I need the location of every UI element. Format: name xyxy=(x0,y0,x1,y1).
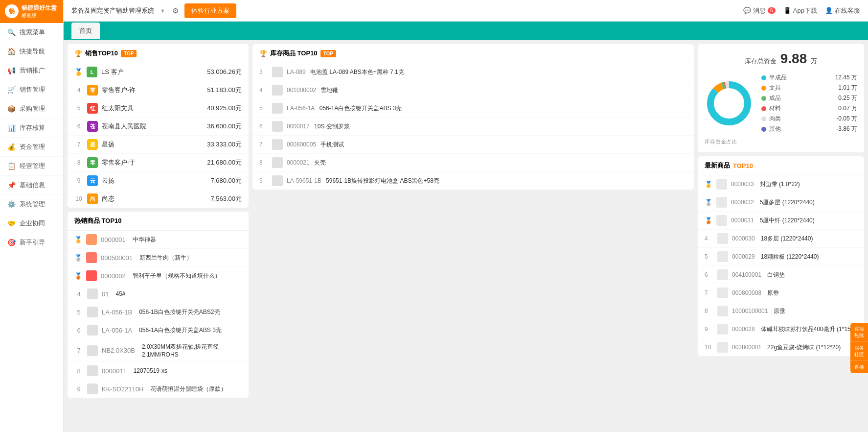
inventory-note: 库存资金占比 xyxy=(705,137,857,145)
sidebar-item-inventory[interactable]: 📊 库存核算 xyxy=(0,119,63,138)
table-row: 4 零 零售客户-许 51,183.00元 xyxy=(68,81,249,99)
sidebar-item-finance[interactable]: 💰 资金管理 xyxy=(0,138,63,157)
sidebar-search-btn[interactable]: 🔍 搜索菜单 xyxy=(0,23,63,42)
product-image xyxy=(717,342,728,353)
list-item: 8 0000011 12070519-xs xyxy=(68,362,249,380)
product-image xyxy=(717,251,728,262)
sidebar-item-cooperate[interactable]: 🤝 企业协同 xyxy=(0,214,63,233)
list-item: 9 LA-59651-1B 59651-1B旋转投影灯电池盒 ABS黑色+58壳 xyxy=(252,172,694,190)
sidebar-item-sales[interactable]: 🛒 销售管理 xyxy=(0,80,63,99)
sidebar-item-nav[interactable]: 🏠 快捷导航 xyxy=(0,42,63,61)
inventory-total-card: 库存总资金 9.88 万 xyxy=(698,44,864,152)
trial-btn[interactable]: 体验行业方案 xyxy=(184,3,236,18)
medal-icon: 🥇 xyxy=(705,181,712,188)
list-item: 8 10000100001 原垂 xyxy=(698,302,864,320)
customer-name: 零售客户-于 xyxy=(102,158,203,167)
list-item: 10 003800001 22g鱼豆腐-烧烤味 (1*12*20) xyxy=(698,338,864,356)
legend-item: 其他 -3.86 万 xyxy=(761,125,857,133)
sidebar-item-system-label: 系统管理 xyxy=(20,200,45,209)
product-name: 花语萌恒温分腿睡袋（厚款） xyxy=(150,385,242,393)
messages-btn[interactable]: 💬 消息 6 xyxy=(743,6,776,15)
product-image xyxy=(717,324,728,335)
product-info: 0000017 10S 变刮罗浆 xyxy=(287,122,687,131)
legend-value: 0.07 万 xyxy=(838,104,857,113)
tab-bar: 首页 xyxy=(64,22,868,40)
rank-number: 7 xyxy=(74,347,83,354)
logo-title: 畅捷通好生意 xyxy=(22,4,57,12)
product-code: 004100001 xyxy=(732,271,761,278)
rank-number: 8 xyxy=(705,308,713,314)
settings-icon[interactable]: ⚙ xyxy=(172,6,179,15)
product-image xyxy=(87,288,98,299)
list-item: 🥉 0000002 智利车子里（规格不知道填什么） xyxy=(68,267,249,285)
product-info: LA-089 电池盖 LA-089 ABS本色+黑种 7.1克 xyxy=(287,68,687,76)
product-name: 5厘多层 (1220*2440) xyxy=(760,198,815,207)
message-icon: 💬 xyxy=(743,7,751,14)
rank-number: 7 xyxy=(74,141,83,148)
float-btn-service[interactable]: 客服热线 xyxy=(850,323,868,341)
inventory-product-list: 3 LA-089 电池盖 LA-089 ABS本色+黑种 7.1克 4 0010… xyxy=(252,63,694,190)
inventory-products-title: 库存商品 TOP10 xyxy=(270,49,318,58)
right-panel: 库存总资金 9.88 万 xyxy=(698,44,864,428)
legend-dot xyxy=(761,127,766,132)
product-code: LA-089 xyxy=(287,69,306,75)
legend-item: 肉类 -0.05 万 xyxy=(761,115,857,123)
service-icon: 👤 xyxy=(825,7,833,14)
trophy-icon: 🏆 xyxy=(259,50,267,57)
customer-name: 苍南县人民医院 xyxy=(102,122,203,131)
rank-number: 4 xyxy=(74,87,83,94)
inventory-icon: 📊 xyxy=(7,124,16,132)
list-item: 6 004100001 白钢垫 xyxy=(698,266,864,284)
product-code: 0000030 xyxy=(732,235,755,242)
sidebar-item-basic[interactable]: 📌 基础信息 xyxy=(0,176,63,195)
product-code: 003800001 xyxy=(732,344,761,351)
float-btn-community[interactable]: 服务社区 xyxy=(850,341,868,360)
customer-name: LS 客户 xyxy=(101,68,203,76)
avatar: 星 xyxy=(87,139,98,150)
medal-icon: 🥉 xyxy=(74,272,82,280)
product-name: 原垂 xyxy=(767,289,779,297)
product-name: 白钢垫 xyxy=(767,271,785,279)
sidebar-item-purchase[interactable]: 📦 采购管理 xyxy=(0,99,63,119)
rank-number: 9 xyxy=(74,177,83,184)
product-name: 体碱茸枝味苏打饮品400毫升 (1*15) xyxy=(761,325,853,334)
product-name: 手机测试 xyxy=(320,141,344,148)
sidebar-item-guide[interactable]: 🎯 新手引导 xyxy=(0,233,63,252)
legend-label: 成品 xyxy=(769,94,835,102)
online-service-btn[interactable]: 👤 在线客服 xyxy=(825,6,860,15)
float-btn-live[interactable]: 直播 xyxy=(850,360,868,373)
tab-home[interactable]: 首页 xyxy=(71,23,100,39)
product-code: 0000017 xyxy=(287,123,310,130)
rank-number: 6 xyxy=(74,327,83,334)
product-image xyxy=(87,345,98,356)
legend-dot xyxy=(761,117,766,121)
header-right: 💬 消息 6 📱 App下载 👤 在线客服 xyxy=(743,6,860,15)
header: 装备及固定资产辅助管理系统 ▼ ⚙ 体验行业方案 💬 消息 6 📱 App下载 … xyxy=(64,0,868,22)
tab-home-label: 首页 xyxy=(79,27,92,34)
list-item: 6 LA-056-1A 056-1A白色按键开关盖ABS 3壳 xyxy=(68,321,249,339)
product-name: 2.0X30MM双搓花轴,搓花直径2.1MM/ROHS xyxy=(142,343,242,358)
hot-products-card: 热销商品 TOP10 🥇 0000001 中华神器 🥈 000500001 新西… xyxy=(68,212,249,398)
product-name: 电池盖 LA-089 ABS本色+黑种 7.1克 xyxy=(310,69,404,75)
product-image xyxy=(716,197,727,208)
new-products-card: 最新商品 TOP10 🥇 0000033 封边带 (1.0*22) 🥈 0000… xyxy=(698,156,864,356)
float-buttons: 客服热线 服务社区 直播 xyxy=(850,323,868,373)
customer-list: 🥇 L LS 客户 53,006.26元 4 零 零售客户-许 51,183.0… xyxy=(68,63,249,208)
legend-item: 文具 1.01 万 xyxy=(761,84,857,92)
sidebar-item-management[interactable]: 📋 经营管理 xyxy=(0,157,63,176)
product-code: NB2.0X30B xyxy=(102,347,135,354)
product-name: 原垂 xyxy=(774,307,785,315)
sidebar-item-cooperate-label: 企业协同 xyxy=(20,219,45,228)
sidebar-search-label: 搜索菜单 xyxy=(20,28,45,37)
rank-number: 3 xyxy=(259,69,268,75)
product-image xyxy=(717,269,728,280)
sidebar-item-system[interactable]: ⚙️ 系统管理 xyxy=(0,195,63,214)
legend-dot xyxy=(761,86,766,91)
customer-amount: 51,183.00元 xyxy=(207,86,242,95)
sidebar-item-marketing[interactable]: 📢 营销推广 xyxy=(0,61,63,80)
list-item: 4 001000002 雪地靴 xyxy=(252,81,694,99)
app-download-btn[interactable]: 📱 App下载 xyxy=(783,6,817,15)
rank-number: 4 xyxy=(705,235,713,242)
list-item: 7 000800008 原垂 xyxy=(698,284,864,302)
product-image xyxy=(87,307,98,317)
